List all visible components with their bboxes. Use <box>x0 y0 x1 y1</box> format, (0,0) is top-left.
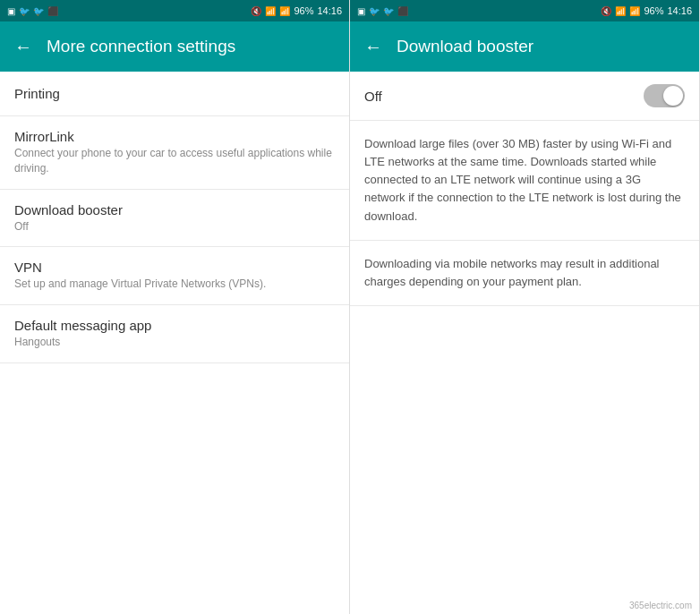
left-content: Printing MirrorLink Connect your phone t… <box>0 72 349 614</box>
mute-icon: 🔇 <box>251 6 261 16</box>
toggle-knob <box>663 86 683 106</box>
right-battery-percent: 96% <box>644 5 663 16</box>
description-text-1: Download large files (over 30 MB) faster… <box>364 135 685 226</box>
right-status-right: 🔇 📶 📶 96% 14:16 <box>601 5 692 16</box>
right-app-icon: ⬛ <box>397 6 408 16</box>
right-panel: ▣ 🐦 🐦 ⬛ 🔇 📶 📶 96% 14:16 ← Download boost… <box>350 0 700 614</box>
description-text-2: Downloading via mobile networks may resu… <box>364 255 685 291</box>
download-booster-toggle[interactable] <box>644 84 685 107</box>
default-messaging-subtitle: Hangouts <box>14 335 335 350</box>
right-signal-icon: 📶 <box>629 6 640 16</box>
right-twitter-icon: 🐦 <box>369 6 380 16</box>
sim-icon: ▣ <box>7 6 15 16</box>
time-display: 14:16 <box>317 5 342 16</box>
status-right: 🔇 📶 📶 96% 14:16 <box>251 5 342 16</box>
left-header-title: More connection settings <box>47 37 235 56</box>
toggle-row: Off <box>350 72 699 121</box>
vpn-item[interactable]: VPN Set up and manage Virtual Private Ne… <box>0 247 349 305</box>
description-block-1: Download large files (over 30 MB) faster… <box>350 121 699 241</box>
download-booster-subtitle: Off <box>14 219 335 235</box>
wifi-icon: 📶 <box>265 6 276 16</box>
default-messaging-item[interactable]: Default messaging app Hangouts <box>0 305 349 363</box>
left-status-bar: ▣ 🐦 🐦 ⬛ 🔇 📶 📶 96% 14:16 <box>0 0 349 21</box>
mirrorlink-subtitle: Connect your phone to your car to access… <box>14 146 335 176</box>
watermark: 365electric.com <box>629 601 692 610</box>
vpn-subtitle: Set up and manage Virtual Private Networ… <box>14 277 335 292</box>
right-content: Off Download large files (over 30 MB) fa… <box>350 72 699 614</box>
right-header-title: Download booster <box>397 37 534 56</box>
vpn-title: VPN <box>14 260 335 275</box>
right-battery-display: 96% <box>644 5 663 16</box>
right-wifi-icon: 📶 <box>615 6 626 16</box>
printing-title: Printing <box>14 86 335 101</box>
right-status-bar: ▣ 🐦 🐦 ⬛ 🔇 📶 📶 96% 14:16 <box>350 0 699 21</box>
right-sim-icon: ▣ <box>357 6 365 16</box>
right-back-button[interactable]: ← <box>364 37 382 57</box>
right-header: ← Download booster <box>350 21 699 72</box>
twitter2-icon: 🐦 <box>33 6 44 16</box>
right-status-icons-left: ▣ 🐦 🐦 ⬛ <box>357 6 408 16</box>
download-booster-item[interactable]: Download booster Off <box>0 190 349 248</box>
toggle-label: Off <box>364 89 382 104</box>
default-messaging-title: Default messaging app <box>14 318 335 333</box>
mirrorlink-item[interactable]: MirrorLink Connect your phone to your ca… <box>0 116 349 190</box>
signal-icon: 📶 <box>279 6 290 16</box>
right-mute-icon: 🔇 <box>601 6 611 16</box>
battery-display: 96% <box>294 5 313 16</box>
printing-item[interactable]: Printing <box>0 72 349 116</box>
left-header: ← More connection settings <box>0 21 349 72</box>
mirrorlink-title: MirrorLink <box>14 129 335 144</box>
status-icons-left: ▣ 🐦 🐦 ⬛ <box>7 6 58 16</box>
twitter-icon: 🐦 <box>19 6 30 16</box>
right-time-display: 14:16 <box>667 5 692 16</box>
right-twitter2-icon: 🐦 <box>383 6 394 16</box>
battery-percent: 96% <box>294 5 313 16</box>
download-booster-title: Download booster <box>14 202 335 217</box>
description-block-2: Downloading via mobile networks may resu… <box>350 241 699 306</box>
app-icon: ⬛ <box>47 6 58 16</box>
left-panel: ▣ 🐦 🐦 ⬛ 🔇 📶 📶 96% 14:16 ← More connectio… <box>0 0 350 614</box>
left-back-button[interactable]: ← <box>14 37 32 57</box>
